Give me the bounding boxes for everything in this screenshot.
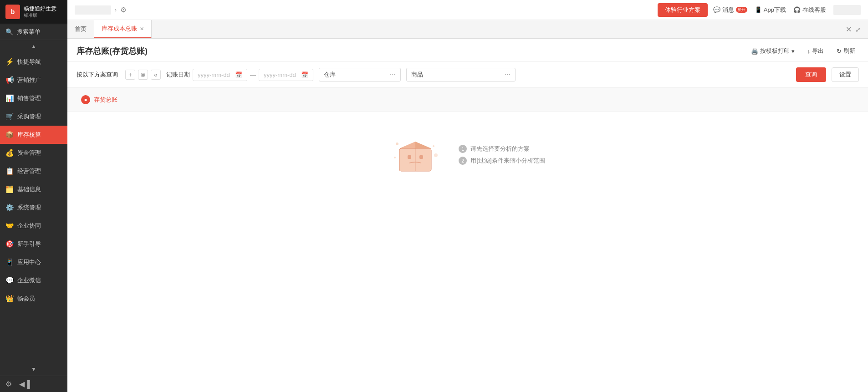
svg-point-7	[434, 153, 438, 157]
scheme-label: 存货总账	[94, 96, 117, 104]
sidebar-item-label: 畅会员	[17, 295, 35, 303]
sidebar-scroll-up[interactable]: ▲	[0, 40, 67, 53]
breadcrumb-placeholder	[75, 5, 111, 15]
svg-point-8	[394, 157, 396, 158]
base-info-icon: 🗂️	[5, 185, 14, 193]
scheme-area: ● 存货总账	[67, 88, 868, 112]
page-header: 库存总账(存货总账) 🖨️ 按模板打印 ▾ ↓ 导出 ↻ 刷新	[67, 39, 868, 62]
export-label: 导出	[812, 47, 824, 55]
app-download-item[interactable]: 📱 App下载	[755, 6, 786, 14]
purchase-icon: 🛒	[5, 112, 14, 121]
refresh-btn[interactable]: ↻ 刷新	[833, 45, 859, 57]
tab-bar: 首页 库存成本总账 ✕ ✕ ⤢	[67, 20, 868, 39]
tip-item-1: 1 请先选择要分析的方案	[459, 145, 545, 153]
sidebar-search[interactable]: 🔍 搜索菜单	[0, 24, 67, 40]
filter-label: 按以下方案查询	[77, 71, 118, 79]
header-gear-icon[interactable]: ⚙	[120, 5, 127, 14]
print-icon: 🖨️	[751, 48, 758, 55]
sidebar-item-label: 快捷导航	[17, 58, 41, 66]
sidebar-item-sales[interactable]: 📊 销售管理	[0, 89, 67, 107]
sidebar-item-label: 销售管理	[17, 94, 41, 102]
svg-marker-2	[415, 142, 431, 148]
sidebar-item-membership[interactable]: 👑 畅会员	[0, 290, 67, 308]
empty-illustration	[390, 130, 440, 176]
sidebar-item-operations[interactable]: 📋 经营管理	[0, 162, 67, 180]
industry-btn[interactable]: 体验行业方案	[658, 3, 708, 17]
tip-text-1: 请先选择要分析的方案	[470, 145, 530, 153]
sidebar-item-system[interactable]: ⚙️ 系统管理	[0, 199, 67, 217]
finance-icon: 💰	[5, 149, 14, 157]
sidebar-item-purchase[interactable]: 🛒 采购管理	[0, 107, 67, 126]
online-service-label: 在线客服	[802, 6, 826, 14]
online-service-item[interactable]: 🎧 在线客服	[793, 6, 826, 14]
sidebar-item-wechat[interactable]: 💬 企业微信	[0, 271, 67, 290]
filter-bar: 按以下方案查询 + ⊗ « 记账日期 yyyy-mm-dd 📅 — yyyy-m…	[67, 62, 868, 88]
system-icon: ⚙️	[5, 204, 14, 212]
close-button[interactable]: ✕	[846, 25, 852, 34]
sidebar-bottom: ⚙ ◀▐	[0, 376, 67, 392]
app-edition: 标准版	[24, 12, 56, 19]
app-download-label: App下载	[764, 6, 786, 14]
sidebar-scroll-down[interactable]: ▼	[0, 363, 67, 376]
message-badge: 99+	[736, 7, 747, 13]
filter-add-btn[interactable]: +	[125, 70, 135, 80]
date-end-input[interactable]: yyyy-mm-dd 📅	[259, 69, 313, 81]
settings-icon[interactable]: ⚙	[5, 380, 12, 388]
date-end-placeholder: yyyy-mm-dd	[264, 71, 296, 78]
search-icon: 🔍	[5, 28, 13, 36]
svg-rect-9	[408, 155, 411, 159]
logo-icon: b	[5, 5, 20, 19]
sidebar-item-quick-nav[interactable]: ⚡ 快捷导航	[0, 53, 67, 71]
empty-tips: 1 请先选择要分析的方案 2 用[过滤]条件来缩小分析范围	[459, 145, 545, 168]
sales-icon: 📊	[5, 94, 14, 102]
product-select[interactable]: 商品 ···	[406, 68, 516, 81]
scheme-item[interactable]: ● 存货总账	[77, 92, 122, 107]
print-label: 按模板打印	[760, 47, 790, 55]
quick-nav-icon: ⚡	[5, 58, 14, 66]
tab-home-label: 首页	[75, 25, 87, 33]
settings-button[interactable]: 设置	[832, 67, 859, 82]
tab-inventory-cost[interactable]: 库存成本总账 ✕	[94, 20, 152, 38]
export-btn[interactable]: ↓ 导出	[804, 45, 828, 57]
print-template-btn[interactable]: 🖨️ 按模板打印 ▾	[747, 45, 798, 57]
export-icon: ↓	[807, 48, 811, 55]
message-label: 消息	[722, 6, 734, 14]
product-more-icon: ···	[505, 71, 511, 79]
operations-icon: 📋	[5, 167, 14, 175]
download-icon: 📱	[755, 6, 762, 13]
marketing-icon: 📢	[5, 76, 14, 84]
sidebar: b 畅捷通好生意 标准版 🔍 搜索菜单 ▲ ⚡ 快捷导航 📢 营销推广 📊 销售…	[0, 0, 67, 392]
warehouse-select[interactable]: 仓库 ···	[319, 68, 401, 81]
user-avatar[interactable]	[833, 5, 861, 15]
sidebar-item-base-info[interactable]: 🗂️ 基础信息	[0, 180, 67, 199]
sidebar-nav: ⚡ 快捷导航 📢 营销推广 📊 销售管理 🛒 采购管理 📦 库存核算 💰 资金管…	[0, 53, 67, 363]
date-start-input[interactable]: yyyy-mm-dd 📅	[193, 69, 247, 81]
sidebar-item-newbie[interactable]: 🎯 新手引导	[0, 235, 67, 253]
sidebar-item-enterprise[interactable]: 🤝 企业协同	[0, 217, 67, 235]
sidebar-item-label: 资金管理	[17, 149, 41, 157]
empty-state-area: 1 请先选择要分析的方案 2 用[过滤]条件来缩小分析范围	[67, 112, 868, 201]
sidebar-item-marketing[interactable]: 📢 营销推广	[0, 71, 67, 89]
empty-svg	[390, 130, 440, 176]
wechat-icon: 💬	[5, 276, 14, 285]
tab-inventory-cost-label: 库存成本总账	[102, 25, 137, 33]
inventory-icon: 📦	[5, 131, 14, 139]
sidebar-item-app-center[interactable]: 📱 应用中心	[0, 253, 67, 271]
empty-box: 1 请先选择要分析的方案 2 用[过滤]条件来缩小分析范围	[390, 130, 545, 183]
sidebar-item-finance[interactable]: 💰 资金管理	[0, 144, 67, 162]
collapse-icon[interactable]: ◀▐	[19, 380, 30, 388]
calendar-end-icon: 📅	[301, 71, 308, 78]
refresh-label: 刷新	[843, 47, 855, 55]
sidebar-item-inventory[interactable]: 📦 库存核算	[0, 126, 67, 144]
filter-collapse-btn[interactable]: ⊗	[138, 70, 148, 80]
resize-button[interactable]: ⤢	[855, 25, 861, 33]
query-button[interactable]: 查询	[796, 67, 826, 82]
message-item[interactable]: 💬 消息 99+	[713, 6, 747, 14]
sidebar-item-label: 库存核算	[17, 131, 41, 139]
tip-num-2: 2	[459, 157, 467, 165]
page-content: 库存总账(存货总账) 🖨️ 按模板打印 ▾ ↓ 导出 ↻ 刷新 按以下方案查询	[67, 39, 868, 392]
tab-home[interactable]: 首页	[67, 20, 94, 38]
filter-arrow-btn[interactable]: «	[151, 70, 161, 80]
membership-icon: 👑	[5, 295, 14, 303]
tab-close-icon[interactable]: ✕	[140, 26, 144, 32]
